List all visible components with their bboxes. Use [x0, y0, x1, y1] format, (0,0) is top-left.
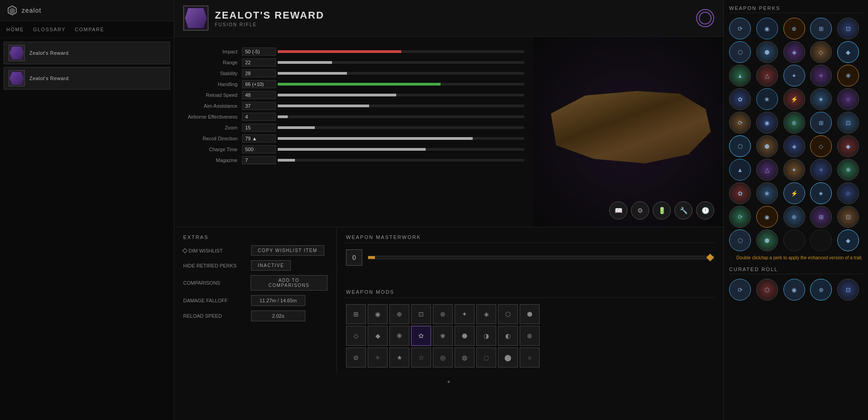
extra-label-reload-speed: RELOAD SPEED	[183, 313, 251, 319]
perk-cell[interactable]: ⟳	[729, 206, 751, 228]
perk-cell[interactable]: ⬡	[729, 41, 751, 63]
perk-cell[interactable]: ❋	[837, 65, 859, 86]
perk-cell[interactable]: ◈	[783, 41, 805, 63]
perk-cell[interactable]: ✿	[729, 88, 751, 110]
perk-cell[interactable]: ⟳	[729, 18, 751, 39]
perk-cell[interactable]: ⊞	[810, 112, 832, 134]
perk-cell[interactable]: ◆	[837, 229, 859, 251]
list-item[interactable]: Zealot's Reward	[4, 67, 170, 90]
mod-icon[interactable]: ⬤	[498, 348, 518, 368]
stat-label: Handling	[183, 81, 242, 87]
perk-cell[interactable]: ☆	[837, 182, 859, 204]
mod-icon[interactable]: ⬢	[520, 304, 540, 324]
perk-cell[interactable]: ▲	[729, 159, 751, 181]
perk-cell[interactable]: △	[756, 159, 778, 181]
perk-cell[interactable]: ✦	[783, 65, 805, 86]
mod-icon[interactable]: ◆	[368, 326, 388, 346]
nav-compare[interactable]: COMPARE	[74, 25, 105, 34]
weapon-mod-icon-4[interactable]: 🔧	[674, 201, 693, 220]
perk-cell[interactable]: ⊞	[810, 206, 832, 228]
mod-icon[interactable]: ◌	[476, 348, 496, 368]
mod-icon[interactable]: ⬣	[455, 326, 474, 346]
mod-icon[interactable]: ◑	[476, 326, 496, 346]
perk-cell[interactable]: ❋	[837, 159, 859, 181]
mod-icon[interactable]: ◍	[455, 348, 474, 368]
mod-icon[interactable]: ✦	[455, 304, 474, 324]
mod-icon[interactable]: ◈	[476, 304, 496, 324]
perk-cell[interactable]: ◆	[837, 41, 859, 63]
perk-cell[interactable]: ⬡	[729, 135, 751, 157]
mod-icon[interactable]: ☆	[411, 348, 431, 368]
perk-cell[interactable]	[810, 229, 832, 251]
perk-cell[interactable]: ⬡	[729, 229, 751, 251]
perk-cell[interactable]: ⊞	[810, 18, 832, 39]
perk-cell[interactable]: ⊡	[837, 18, 859, 39]
perk-cell[interactable]: ◇	[810, 135, 832, 157]
perk-cell[interactable]	[783, 229, 805, 251]
perk-cell[interactable]: ⚡	[783, 88, 805, 110]
weapon-mod-icon-2[interactable]: ⚙	[631, 201, 649, 220]
add-to-comparisons-button[interactable]: ADD TO COMPARISONS	[251, 275, 327, 291]
perk-cell[interactable]: ❀	[756, 88, 778, 110]
nav-home[interactable]: HOME	[5, 25, 25, 34]
perk-cell[interactable]: ✧	[810, 65, 832, 86]
curated-perk-cell[interactable]: ◉	[783, 279, 805, 301]
mod-icon[interactable]: ★	[389, 348, 409, 368]
perk-cell[interactable]: ⟳	[729, 112, 751, 134]
mod-icon[interactable]: ✧	[368, 348, 388, 368]
perk-cell[interactable]: ⊕	[783, 18, 805, 39]
curated-perk-cell[interactable]: ⊕	[810, 279, 832, 301]
mod-icon[interactable]: ⊗	[520, 326, 540, 346]
mod-icon[interactable]: ◐	[498, 326, 518, 346]
perk-cell[interactable]: ☆	[837, 88, 859, 110]
perk-cell[interactable]: ✦	[783, 159, 805, 181]
nav-glossary[interactable]: GLOSSARY	[32, 25, 66, 34]
perk-cell[interactable]: ⬢	[756, 229, 778, 251]
perk-cell[interactable]: ⊡	[837, 112, 859, 134]
weapon-mod-icon-1[interactable]: 📖	[609, 201, 627, 220]
perk-cell[interactable]: ❀	[756, 182, 778, 204]
perk-cell[interactable]: ◆	[837, 135, 859, 157]
perk-cell[interactable]: ◈	[783, 135, 805, 157]
curated-perk-cell[interactable]: ⬡	[756, 279, 778, 301]
mod-icon[interactable]: ◎	[433, 348, 453, 368]
mod-icon[interactable]: ○	[520, 348, 540, 368]
perk-cell[interactable]: ★	[810, 182, 832, 204]
weapon-mod-icon-5[interactable]: 🕐	[696, 201, 714, 220]
weapon-circle-button[interactable]	[696, 9, 714, 27]
perk-cell[interactable]: ◇	[810, 41, 832, 63]
perk-cell[interactable]: ⊡	[837, 206, 859, 228]
mod-icon[interactable]: ◉	[368, 304, 388, 324]
weapon-mod-icon-3[interactable]: 🔋	[653, 201, 671, 220]
copy-wishlist-button[interactable]: COPY WISHLIST ITEM	[251, 245, 324, 256]
app-title: zealot	[22, 7, 41, 14]
perk-cell[interactable]: ✿	[729, 182, 751, 204]
hide-retired-button[interactable]: INACTIVE	[251, 260, 291, 271]
perk-cell[interactable]: ⊕	[783, 206, 805, 228]
perk-cell[interactable]: ◉	[756, 18, 778, 39]
mod-icon[interactable]: ❋	[389, 326, 409, 346]
curated-perk-cell[interactable]: ⊡	[837, 279, 859, 301]
perk-cell[interactable]: ◉	[756, 112, 778, 134]
perk-cell[interactable]: ✧	[810, 159, 832, 181]
mod-icon[interactable]: ⊘	[346, 348, 366, 368]
mod-icon[interactable]: ✿	[411, 326, 431, 346]
perk-cell[interactable]: ◉	[756, 206, 778, 228]
mod-icon[interactable]: ⊕	[389, 304, 409, 324]
mod-icon[interactable]: ⊞	[346, 304, 366, 324]
mod-icon[interactable]: ⊡	[411, 304, 431, 324]
mod-icon[interactable]: ⬡	[498, 304, 518, 324]
list-item[interactable]: Zealot's Reward	[4, 42, 170, 64]
mod-icon[interactable]: ❀	[433, 326, 453, 346]
perk-cell[interactable]: ⚡	[783, 182, 805, 204]
mod-icon[interactable]: ◇	[346, 326, 366, 346]
curated-perk-cell[interactable]: ⟳	[729, 279, 751, 301]
perk-cell[interactable]: ★	[810, 88, 832, 110]
perk-cell[interactable]: ⬢	[756, 135, 778, 157]
perk-cell[interactable]: ▲	[729, 65, 751, 86]
perk-cell[interactable]: ⊕	[783, 112, 805, 134]
mod-icon[interactable]: ⊛	[433, 304, 453, 324]
perk-cell[interactable]: ⬢	[756, 41, 778, 63]
perk-cell[interactable]: △	[756, 65, 778, 86]
masterwork-bar[interactable]	[368, 256, 714, 259]
